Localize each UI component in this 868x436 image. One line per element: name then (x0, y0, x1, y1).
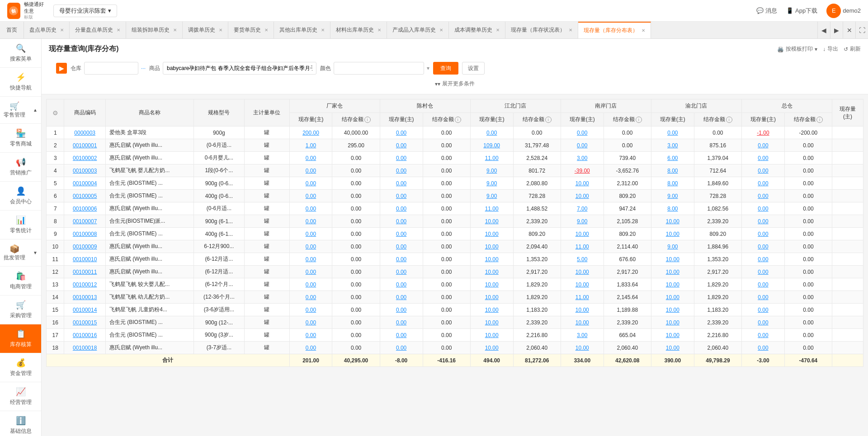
sidebar-item-retail-shop[interactable]: 🏪 零售商城 (0, 124, 41, 153)
lc-amount-info[interactable]: i (455, 117, 461, 123)
sidebar-item-stock-check[interactable]: 📋 库存核算 (0, 324, 41, 353)
summary-row: 合计 201.00 40,295.00 -8.00 -416.16 494.00… (47, 354, 863, 367)
settings-btn[interactable]: 设置 (462, 62, 485, 75)
tab-close-material-out[interactable]: ✕ (377, 28, 381, 33)
tab-transfer[interactable]: 调拨单历史 ✕ (183, 22, 228, 39)
tab-inventory[interactable]: 盘点单历史 ✕ (24, 22, 70, 39)
cell-f-amount: 0.00 (332, 304, 380, 316)
tab-next-btn[interactable]: ▶ (830, 22, 843, 39)
tab-material-out[interactable]: 材料出库单历史 ✕ (330, 22, 387, 39)
tab-cost-adjust[interactable]: 成本调整单历史 ✕ (449, 22, 505, 39)
tab-product-in[interactable]: 产成品入库单历史 ✕ (387, 22, 449, 39)
table-row: 4 00100003 飞鹤星飞帆 婴儿配方奶... 1段(0-6个... 罐 0… (47, 164, 863, 177)
cell-spec: (3-7岁适... (194, 342, 244, 354)
cell-t-stock: 0.00 (741, 152, 784, 164)
print-btn[interactable]: 🖨️ 按模板打印 ▾ (777, 45, 817, 53)
cell-current (832, 278, 863, 291)
cell-lc-amount: 0.00 (423, 278, 470, 291)
message-btn[interactable]: 💬 消息 (756, 7, 777, 15)
sidebar-item-marketing[interactable]: 📢 营销推广 (0, 153, 41, 182)
tab-close-assemble[interactable]: ✕ (173, 28, 177, 33)
sidebar-item-quick-nav[interactable]: ⚡ 快捷导航 (0, 68, 41, 97)
product-input[interactable] (163, 62, 316, 75)
filter-color-group: 颜色 ▾ (320, 62, 429, 75)
tab-close-transfer[interactable]: ✕ (219, 28, 222, 33)
user-avatar-btn[interactable]: E demo2 (826, 4, 861, 18)
na-amount-info[interactable]: i (636, 117, 642, 123)
tab-close-product-in[interactable]: ✕ (439, 28, 443, 33)
cell-f-amount: 0.00 (332, 342, 380, 354)
app-download-btn[interactable]: 📱 App下载 (786, 7, 817, 15)
sidebar-item-ecommerce[interactable]: 🛍️ 电商管理 (0, 267, 41, 295)
sidebar-item-ops[interactable]: 📈 经营管理 (0, 382, 41, 411)
cell-t-stock: 0.00 (741, 278, 784, 291)
tab-stock-dist[interactable]: 现存量（库存分布表） ✕ (578, 22, 651, 39)
cell-jb-amount: 2,339.20 (513, 215, 561, 228)
ecommerce-icon: 🛍️ (16, 271, 26, 281)
table-area[interactable]: ⚙ 商品编码 商品名称 规格型号 主计量单位 厂家仓 陈村仓 江北门店 南岸门店… (42, 94, 868, 436)
sidebar-item-basic[interactable]: ℹ️ 基础信息 (0, 411, 41, 436)
cell-lc-amount: 0.00 (423, 329, 470, 342)
cell-jb-amount: 31,797.48 (513, 139, 561, 152)
cell-t-stock: 0.00 (741, 329, 784, 342)
product-label: 商品 (149, 65, 160, 72)
cell-f-stock: 0.00 (289, 228, 332, 240)
sidebar-item-retail-mgmt[interactable]: 🛒 零售管理 ▲ (0, 97, 41, 124)
stock-check-icon: 📋 (16, 329, 26, 339)
tab-split-inventory[interactable]: 分量盘点单历史 ✕ (70, 22, 126, 39)
query-btn[interactable]: 查询 (433, 62, 458, 75)
username-label: demo2 (843, 7, 861, 14)
cell-unit: 罐 (244, 304, 289, 316)
col-settings[interactable]: ⚙ (47, 99, 64, 127)
message-icon: 💬 (756, 7, 764, 14)
sidebar-item-search[interactable]: 🔍 搜索英单 (0, 39, 41, 68)
warehouse-more-btn[interactable]: ··· (141, 65, 146, 71)
tab-close-inventory[interactable]: ✕ (60, 28, 64, 33)
tab-home[interactable]: 首页 (0, 22, 24, 39)
cell-na-stock: 3.00 (561, 329, 604, 342)
refresh-btn[interactable]: ↺ 刷新 (844, 45, 861, 53)
col-total: 总仓 (741, 99, 832, 113)
sidebar-item-retail-stats[interactable]: 📊 零售统计 (0, 211, 41, 239)
cell-lc-stock: 0.00 (380, 190, 423, 202)
export-btn[interactable]: ↓ 导出 (823, 45, 838, 53)
industry-selector[interactable]: 母婴行业演示陈套 ▾ (53, 5, 117, 17)
tab-other-out[interactable]: 其他出库单历史 ✕ (274, 22, 330, 39)
cell-na-amount: 809.20 (604, 190, 651, 202)
cell-code: 00100011 (64, 266, 105, 278)
filter-collapse-btn[interactable]: ▶ (56, 63, 67, 74)
cell-jb-stock: 10.00 (470, 266, 513, 278)
jb-amount-info[interactable]: i (545, 117, 552, 123)
cell-lc-amount: 0.00 (423, 177, 470, 190)
summary-yb-stock: 390.00 (651, 354, 694, 367)
tab-stock-status[interactable]: 现存量（库存状况表） ✕ (505, 22, 578, 39)
main-layout: 🔍 搜索英单 ⚡ 快捷导航 🛒 零售管理 ▲ 🏪 零售商城 📢 营销推广 👤 会… (0, 39, 868, 436)
cell-na-stock: 11.00 (561, 240, 604, 253)
yb-amount-info[interactable]: i (726, 117, 732, 123)
tab-close-split[interactable]: ✕ (117, 28, 120, 33)
col-name: 商品名称 (105, 99, 193, 127)
tab-fullscreen-btn[interactable]: ⛶ (855, 22, 868, 39)
cell-jb-amount: 728.28 (513, 190, 561, 202)
col-factory: 厂家仓 (289, 99, 380, 113)
tab-close-other-out[interactable]: ✕ (321, 28, 325, 33)
tab-request[interactable]: 要货单历史 ✕ (228, 22, 274, 39)
tab-assemble[interactable]: 组装拆卸单历史 ✕ (126, 22, 183, 39)
t-amount-info[interactable]: i (816, 117, 823, 123)
tab-close-request[interactable]: ✕ (264, 28, 268, 33)
sidebar-item-wholesale[interactable]: 📦 批发管理 ▼ (0, 239, 41, 267)
tab-close-stock-dist[interactable]: ✕ (642, 28, 645, 33)
cell-yb-amount: 1,849.60 (694, 177, 741, 190)
color-input[interactable] (334, 62, 424, 75)
warehouse-input[interactable] (84, 62, 138, 75)
sidebar-item-finance[interactable]: 💰 资金管理 (0, 353, 41, 382)
tab-close-stock-status[interactable]: ✕ (569, 28, 572, 33)
tab-close-all-btn[interactable]: ✕ (843, 22, 855, 39)
cell-name: 惠氏启赋 (Wyeth illu... (105, 152, 193, 164)
expand-conditions-btn[interactable]: ▾▾ 展开更多条件 (435, 80, 475, 88)
f-amount-info[interactable]: i (364, 117, 371, 123)
sidebar-item-purchase[interactable]: 🛒 采购管理 (0, 295, 41, 324)
sidebar-item-member[interactable]: 👤 会员中心 (0, 182, 41, 211)
tab-prev-btn[interactable]: ◀ (817, 22, 830, 39)
tab-close-cost-adjust[interactable]: ✕ (496, 28, 500, 33)
